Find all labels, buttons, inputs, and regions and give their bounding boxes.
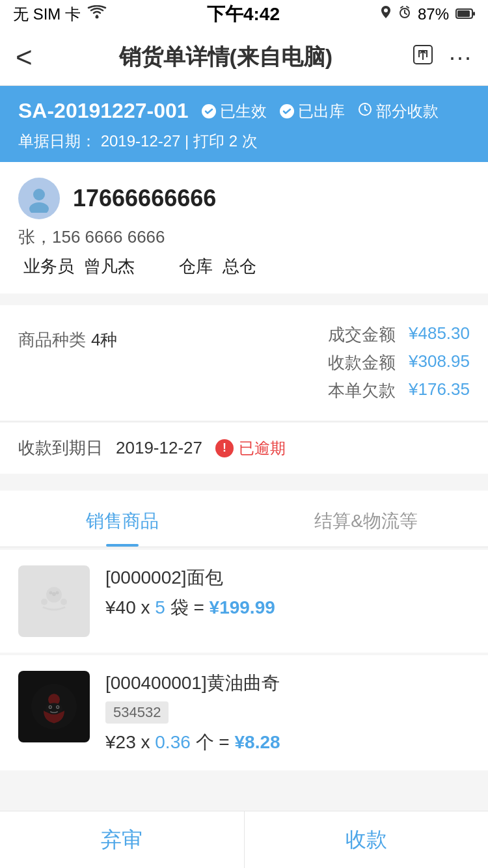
due-date: 2019-12-27: [116, 438, 202, 458]
nav-bar: < 销货单详情(来自电脑) ···: [0, 29, 488, 86]
product-info-1: [0000002]面包 ¥40 x 5 袋 = ¥199.99: [105, 565, 470, 620]
summary-left: 商品种类 4种: [18, 323, 117, 351]
received-value: ¥308.95: [409, 351, 470, 374]
svg-line-6: [407, 7, 409, 8]
order-date-row: 单据日期： 2019-12-27 | 打印 2 次: [18, 131, 470, 152]
order-date: 2019-12-27: [101, 132, 181, 150]
bottom-actions: 弃审 收款: [0, 811, 488, 868]
product-price-1: ¥40 x 5 袋 = ¥199.99: [105, 595, 470, 620]
battery-label: 87%: [418, 5, 449, 23]
confirm-button[interactable]: 收款: [245, 811, 489, 868]
date-label: 单据日期：: [18, 132, 96, 150]
check-icon-2: [280, 104, 294, 118]
type-value: 4种: [91, 329, 117, 351]
tab-sales-label: 销售商品: [86, 511, 159, 531]
product-code-name-1: [0000002]面包: [105, 565, 470, 590]
status-bar: 无 SIM 卡 下午4:42 87%: [0, 0, 488, 29]
nav-actions: ···: [413, 44, 472, 71]
customer-avatar: [18, 178, 60, 219]
status-left: 无 SIM 卡: [13, 4, 107, 25]
print-info: | 打印 2 次: [185, 132, 258, 150]
amount-value: ¥485.30: [409, 323, 470, 346]
svg-point-21: [49, 591, 53, 595]
received-label: 收款金额: [328, 351, 396, 374]
section-gap-1: [0, 295, 488, 305]
svg-point-1: [384, 8, 388, 12]
location-icon: [380, 5, 392, 23]
product-batch-2: 534532: [105, 701, 169, 724]
more-icon[interactable]: ···: [449, 44, 472, 71]
status-partial: 部分收款: [358, 101, 439, 122]
section-gap-2: [0, 475, 488, 485]
overdue-icon: !: [215, 439, 234, 457]
svg-line-4: [405, 13, 407, 14]
summary-right: 成交金额 ¥485.30 收款金额 ¥308.95 本单欠款 ¥176.35: [328, 323, 470, 402]
amount-row-1: 成交金额 ¥485.30: [328, 323, 470, 346]
svg-point-16: [29, 202, 49, 213]
due-section: 收款到期日 2019-12-27 ! 已逾期: [0, 422, 488, 474]
warehouse-label: 仓库: [179, 256, 213, 276]
list-item: [000400001]黄油曲奇 534532 ¥23 x 0.36 个 = ¥8…: [0, 655, 488, 770]
amount-row-2: 收款金额 ¥308.95: [328, 351, 470, 374]
product-thumb-2: [18, 671, 90, 742]
svg-rect-8: [457, 10, 470, 17]
svg-line-14: [365, 109, 367, 111]
carrier-label: 无 SIM 卡: [13, 4, 81, 25]
due-label: 收款到期日: [18, 437, 103, 459]
product-list: [0000002]面包 ¥40 x 5 袋 = ¥199.99: [0, 550, 488, 837]
product-qty-1: 5: [155, 597, 165, 617]
overdue-badge: ! 已逾期: [215, 438, 286, 459]
status-effective: 已生效: [202, 101, 267, 122]
svg-point-22: [56, 591, 59, 595]
clock-icon: [358, 102, 372, 120]
warehouse-value: 总仓: [223, 256, 256, 276]
order-header: SA-20191227-001 已生效 已出库 部分收款 单据日期： 2019-…: [0, 86, 488, 162]
customer-name-phone: 张，156 6666 6666: [18, 226, 470, 249]
amount-row-3: 本单欠款 ¥176.35: [328, 379, 470, 402]
product-total-1: ¥199.99: [210, 597, 275, 617]
svg-point-15: [33, 189, 45, 200]
debt-value: ¥176.35: [409, 379, 470, 402]
tab-settle-label: 结算&物流等: [314, 511, 418, 531]
tabs-section: 销售商品 结算&物流等: [0, 491, 488, 547]
svg-point-28: [49, 706, 51, 708]
svg-line-5: [401, 7, 403, 8]
tab-settle[interactable]: 结算&物流等: [244, 491, 488, 547]
product-code-name-2: [000400001]黄油曲奇: [105, 671, 470, 696]
product-thumb-1: [18, 565, 90, 637]
sales-person-item: 业务员 曾凡杰: [18, 255, 135, 278]
page-title: 销货单详情(来自电脑): [39, 42, 413, 72]
wifi-icon: [87, 5, 107, 23]
status-time: 下午4:42: [207, 2, 280, 27]
summary-section: 商品种类 4种 成交金额 ¥485.30 收款金额 ¥308.95 本单欠款 ¥…: [0, 305, 488, 420]
type-label: 商品种类: [18, 329, 86, 351]
customer-section: 17666666666 张，156 6666 6666 业务员 曾凡杰 仓库 总…: [0, 162, 488, 293]
customer-phone[interactable]: 17666666666: [73, 185, 216, 212]
customer-meta: 业务员 曾凡杰 仓库 总仓: [18, 255, 470, 278]
sales-label: 业务员: [23, 256, 74, 276]
tab-sales[interactable]: 销售商品: [0, 491, 244, 547]
share-icon[interactable]: [413, 44, 433, 70]
product-total-2: ¥8.28: [234, 732, 280, 752]
status-shipped: 已出库: [280, 101, 345, 122]
svg-rect-9: [473, 12, 475, 16]
alarm-icon: [398, 5, 411, 23]
battery-icon: [455, 5, 475, 23]
debt-label: 本单欠款: [328, 379, 396, 402]
back-button[interactable]: <: [16, 41, 33, 74]
order-id: SA-20191227-001: [18, 99, 189, 123]
cancel-button[interactable]: 弃审: [0, 811, 245, 868]
product-price-2: ¥23 x 0.36 个 = ¥8.28: [105, 730, 470, 755]
list-item: [0000002]面包 ¥40 x 5 袋 = ¥199.99: [0, 550, 488, 653]
svg-point-0: [96, 16, 99, 19]
svg-point-18: [41, 599, 47, 605]
product-info-2: [000400001]黄油曲奇 534532 ¥23 x 0.36 个 = ¥8…: [105, 671, 470, 755]
overdue-text: 已逾期: [239, 438, 286, 459]
svg-point-29: [57, 706, 59, 708]
sales-value: 曾凡杰: [84, 256, 135, 276]
svg-point-20: [52, 592, 56, 596]
status-right: 87%: [380, 5, 475, 23]
warehouse-item: 仓库 总仓: [174, 255, 256, 278]
product-qty-2: 0.36: [155, 732, 191, 752]
check-icon-1: [202, 104, 216, 118]
